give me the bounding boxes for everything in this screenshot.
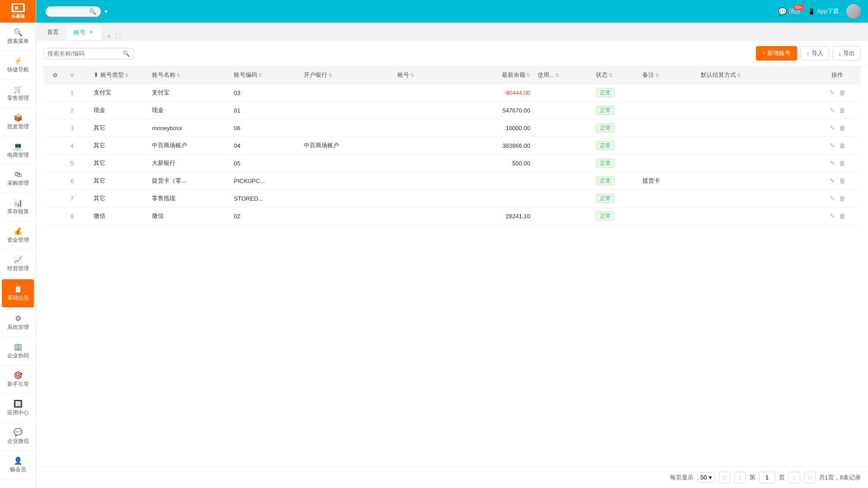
row-name: 大新银行	[148, 155, 230, 172]
edit-btn[interactable]: ✎	[830, 142, 835, 149]
page-size-select[interactable]: 50 ▾	[697, 472, 715, 483]
sidebar-item-wholesale[interactable]: 📦 批发管理	[0, 108, 36, 136]
sidebar-item-guide[interactable]: 🎯 新手引导	[0, 366, 36, 394]
delete-btn[interactable]: 🗑	[839, 107, 845, 114]
sidebar-item-system[interactable]: ⚙ 系统管理	[0, 309, 36, 337]
topbar-search-box[interactable]: 🔍	[46, 6, 101, 17]
row-balance: 28241.10	[464, 207, 534, 225]
export-button[interactable]: ↓ 导出	[833, 46, 861, 61]
row-status: 正常	[592, 155, 639, 172]
col-header-use[interactable]: 使用...⇅	[534, 66, 592, 84]
col-header-name[interactable]: 账号名称⇅	[148, 66, 230, 84]
sidebar-item-member[interactable]: 👤 畅会员	[0, 451, 36, 479]
edit-btn[interactable]: ✎	[830, 124, 835, 131]
row-account	[394, 207, 464, 225]
sidebar-item-wechat[interactable]: 💬 企业微信	[0, 422, 36, 451]
row-use	[534, 84, 592, 102]
table-row: 4 其它 中百商场账户 04 中百商场账户 383866.00 正常 ✎ 🗑	[43, 137, 861, 155]
table-row: 8 微信 微信 02 28241.10 正常 ✎ 🗑	[43, 207, 861, 225]
account-search-box[interactable]: 🔍	[43, 48, 134, 59]
page-input[interactable]	[759, 472, 775, 483]
row-name: 支付宝	[148, 84, 230, 102]
import-label: 导入	[811, 49, 823, 57]
status-badge: 正常	[596, 88, 615, 97]
col-header-status[interactable]: 状态⇅	[592, 66, 639, 84]
topbar-search-input[interactable]	[50, 8, 86, 15]
sidebar-item-basic[interactable]: 📋 基础信息	[2, 279, 34, 308]
edit-btn[interactable]: ✎	[830, 195, 835, 202]
tab-home[interactable]: 首页	[40, 24, 66, 40]
top-nav: ‹ 🔍 ▾ 💬 99+ 消息 📱 App下载	[36, 0, 868, 23]
sidebar-item-operations[interactable]: 📈 经营管理	[0, 250, 36, 278]
delete-btn[interactable]: 🗑	[839, 212, 845, 220]
page-next-btn[interactable]: ⟩	[788, 472, 800, 483]
row-bank	[300, 155, 394, 172]
page-first-btn[interactable]: ⟨⟨	[719, 472, 731, 483]
app-download-button[interactable]: 📱 App下载	[808, 7, 839, 15]
message-button[interactable]: 💬 99+ 消息	[778, 7, 801, 16]
row-note	[639, 207, 697, 225]
table-row: 7 其它 零售抵现 STORED... 正常 ✎ 🗑	[43, 190, 861, 207]
app-download-icon: 📱	[808, 8, 815, 15]
edit-btn[interactable]: ✎	[830, 177, 835, 184]
delete-btn[interactable]: 🗑	[839, 195, 845, 202]
tab-account-close[interactable]: ✕	[88, 29, 94, 36]
page-prev-btn[interactable]: ⟨	[734, 472, 746, 483]
sidebar-item-finance[interactable]: 💰 资金管理	[0, 221, 36, 250]
col-header-note[interactable]: 备注⇅	[639, 66, 697, 84]
col-header-bank[interactable]: 开户银行⇅	[300, 66, 394, 84]
delete-btn[interactable]: 🗑	[839, 89, 845, 96]
col-header-settle[interactable]: 默认结算方式⇅	[697, 66, 814, 84]
col-header-gear[interactable]: ⚙	[43, 66, 67, 84]
edit-btn[interactable]: ✎	[830, 107, 835, 114]
sort-bank-icon: ⇅	[328, 72, 332, 78]
delete-btn[interactable]: 🗑	[839, 177, 845, 184]
sort-use-icon: ⇅	[555, 72, 559, 78]
row-code: 03	[230, 84, 300, 102]
export-icon: ↓	[839, 50, 842, 57]
delete-btn[interactable]: 🗑	[839, 160, 845, 167]
col-header-code[interactable]: 账号编码⇅	[230, 66, 300, 84]
row-settle	[697, 84, 814, 102]
user-avatar[interactable]	[846, 4, 861, 19]
col-header-type[interactable]: ⬆ 账号类型⇅	[90, 66, 148, 84]
window-maximize-btn[interactable]: ⛶	[114, 33, 122, 40]
col-header-account[interactable]: 账号⇅	[394, 66, 464, 84]
add-account-button[interactable]: + 新增账号	[756, 46, 797, 61]
row-action: ✎ 🗑	[814, 84, 861, 102]
sort-account-icon: ⇅	[410, 72, 414, 78]
sidebar-item-apps[interactable]: 🔲 应用中心	[0, 394, 36, 422]
tab-account[interactable]: 账号 ✕	[66, 24, 102, 40]
row-settle	[697, 119, 814, 137]
row-balance: 10000.00	[464, 119, 534, 137]
sidebar-item-ecommerce[interactable]: 💻 电商管理	[0, 136, 36, 165]
page-last-btn[interactable]: ⟩⟩	[804, 472, 816, 483]
row-settle	[697, 102, 814, 119]
row-account	[394, 137, 464, 155]
window-close-btn[interactable]: ✕	[105, 33, 113, 40]
sort-balance-icon: ⇅	[526, 72, 530, 78]
col-header-balance[interactable]: 最新余额⇅	[464, 66, 534, 84]
edit-btn[interactable]: ✎	[830, 160, 835, 167]
sidebar-item-enterprise[interactable]: 🏢 企业协同	[0, 337, 36, 366]
sidebar-item-shortcut[interactable]: ⚡ 快捷导航	[0, 51, 36, 80]
edit-btn[interactable]: ✎	[830, 89, 835, 96]
account-search-input[interactable]	[47, 50, 120, 57]
sidebar-item-inventory[interactable]: 📊 库存核算	[0, 193, 36, 221]
import-button[interactable]: ↑ 导入	[801, 46, 829, 61]
delete-btn[interactable]: 🗑	[839, 142, 845, 149]
sidebar-item-search[interactable]: 🔍 搜索菜单	[0, 23, 36, 51]
sidebar-item-purchase[interactable]: 🛍 采购管理	[0, 165, 36, 193]
row-code: PICKUPC...	[230, 172, 300, 190]
sort-name-icon: ⇅	[176, 72, 180, 78]
nav-back-arrow[interactable]: ‹	[40, 8, 42, 15]
row-gear	[43, 172, 67, 190]
edit-btn[interactable]: ✎	[830, 212, 835, 220]
main-area: ‹ 🔍 ▾ 💬 99+ 消息 📱 App下载 首页 账号	[36, 0, 868, 488]
delete-btn[interactable]: 🗑	[839, 124, 845, 131]
row-bank	[300, 102, 394, 119]
sidebar-item-retail[interactable]: 🛒 零售管理	[0, 80, 36, 108]
row-name: 提货卡（零...	[148, 172, 230, 190]
nav-dropdown-arrow[interactable]: ▾	[104, 8, 108, 15]
row-balance: 547670.00	[464, 102, 534, 119]
